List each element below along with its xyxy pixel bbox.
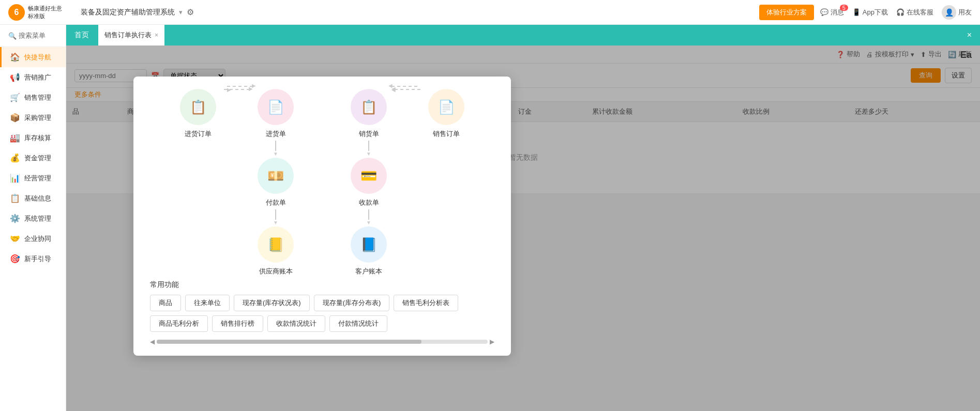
payment-circle: 💴: [258, 158, 294, 194]
tab-sales-order[interactable]: 销售订单执行表 ×: [98, 25, 164, 45]
sidebar-item-operations[interactable]: 📊 经营管理: [0, 168, 66, 188]
purchase-bill-label: 进货单: [266, 129, 286, 139]
marketing-icon: 📢: [10, 72, 20, 82]
flow-item-purchase-order[interactable]: 📋 进货订单: [172, 89, 224, 139]
flow-item-supplier-account[interactable]: 📒 供应商账本: [250, 226, 301, 276]
trial-button[interactable]: 体验行业方案: [759, 5, 814, 20]
headset-icon: 🎧: [896, 8, 904, 16]
sidebar-label-purchase: 采购管理: [24, 113, 51, 123]
common-title: 常用功能: [150, 280, 494, 290]
sidebar-label-newbie: 新手引导: [24, 254, 51, 264]
btn-stock-dist[interactable]: 现存量(库存分布表): [314, 295, 390, 311]
sidebar-search-area[interactable]: 🔍 搜索菜单: [0, 25, 66, 47]
settings-icon[interactable]: ⚙: [187, 7, 194, 17]
common-functions-section: 常用功能 商品 往来单位 现存量(库存状况表) 现存量(库存分布表) 销售毛利分…: [150, 280, 494, 332]
flow-item-receipt[interactable]: 💳 收款单: [343, 158, 395, 207]
btn-sale-profit[interactable]: 销售毛利分析表: [394, 295, 458, 311]
sidebar-item-basic-info[interactable]: 📋 基础信息: [0, 188, 66, 208]
sidebar-item-marketing[interactable]: 📢 营销推广: [0, 67, 66, 87]
sidebar-item-system[interactable]: ⚙️ 系统管理: [0, 208, 66, 229]
receipt-label: 收款单: [359, 198, 379, 207]
flow-item-sale-bill[interactable]: 📋 销货单: [343, 89, 395, 139]
scroll-track[interactable]: [157, 340, 488, 344]
btn-goods-profit[interactable]: 商品毛利分析: [150, 315, 208, 332]
sale-order-circle: 📄: [428, 89, 464, 125]
arrow-sale-order-to-bill: ◀: [395, 89, 420, 104]
sidebar-item-inventory[interactable]: 🏭 库存核算: [0, 128, 66, 148]
enterprise-icon: 🤝: [10, 234, 20, 243]
btn-payment-stat[interactable]: 付款情况统计: [329, 315, 387, 332]
app-download-item[interactable]: 📱 App下载: [852, 8, 888, 17]
guide-panel: 📋 进货订单 ▶ 📄 进货单: [133, 77, 511, 356]
flow-item-sale-order[interactable]: 📄 销售订单: [420, 89, 472, 139]
logo-area: 6 畅康通好生意 标准版: [8, 4, 74, 21]
sidebar-item-finance[interactable]: 💰 资金管理: [0, 148, 66, 168]
user-text-ea: Ea: [960, 50, 972, 60]
btn-sale-rank[interactable]: 销售排行榜: [212, 315, 263, 332]
sidebar-label-finance: 资金管理: [24, 154, 51, 163]
content-body: ❓ 帮助 🖨 按模板打印 ▾ ⬆ 导出 🔄: [66, 45, 980, 411]
sale-order-label: 销售订单: [433, 129, 460, 139]
user-label: 用友: [958, 8, 972, 17]
sales-icon: 🛒: [10, 93, 20, 102]
sidebar-label-operations: 经营管理: [24, 174, 51, 183]
phone-icon: 📱: [852, 8, 861, 16]
close-all-icon[interactable]: ×: [959, 31, 980, 40]
sidebar-label-sales: 销售管理: [24, 93, 51, 102]
newbie-icon: 🎯: [10, 254, 20, 264]
payment-label: 付款单: [266, 198, 286, 207]
btn-partner[interactable]: 往来单位: [185, 295, 230, 311]
sale-bill-circle: 📋: [351, 89, 387, 125]
online-service-item[interactable]: 🎧 在线客服: [896, 8, 933, 17]
sidebar-item-sales[interactable]: 🛒 销售管理: [0, 87, 66, 108]
sidebar-item-newbie[interactable]: 🎯 新手引导: [0, 249, 66, 269]
title-dropdown-icon[interactable]: ▾: [179, 8, 183, 16]
tab-bar: 首页 销售订单执行表 × ×: [66, 25, 980, 45]
tab-close-icon[interactable]: ×: [155, 32, 158, 39]
system-name: 装备及固定资产辅助管理系统: [81, 8, 175, 17]
top-right-area: 💬 消息 5 📱 App下载 🎧 在线客服 👤 用友: [820, 5, 972, 20]
logo-text: 畅康通好生意 标准版: [28, 5, 62, 20]
supplier-account-circle: 📒: [258, 226, 294, 263]
system-title-area: 装备及固定资产辅助管理系统 ▾ ⚙: [81, 7, 753, 17]
sale-bill-label: 销货单: [359, 129, 379, 139]
home-icon: 🏠: [10, 52, 20, 62]
search-icon: 🔍: [8, 32, 17, 40]
sidebar-item-enterprise[interactable]: 🤝 企业协同: [0, 229, 66, 249]
supplier-account-label: 供应商账本: [259, 267, 293, 276]
scroll-left-arrow[interactable]: ◀: [150, 338, 155, 345]
sidebar-item-purchase[interactable]: 📦 采购管理: [0, 108, 66, 128]
btn-receipt-stat[interactable]: 收款情况统计: [267, 315, 325, 332]
btn-goods[interactable]: 商品: [150, 295, 181, 311]
system-icon: ⚙️: [10, 214, 20, 223]
receipt-circle: 💳: [351, 158, 387, 194]
sidebar-label-enterprise: 企业协同: [24, 234, 51, 243]
sidebar-label-marketing: 营销推广: [24, 73, 51, 82]
finance-icon: 💰: [10, 153, 20, 163]
flow-item-customer-account[interactable]: 📘 客户账本: [343, 226, 395, 276]
scrollbar-row: ◀ ▶: [150, 336, 494, 347]
flow-item-payment[interactable]: 💴 付款单: [250, 158, 301, 207]
sidebar-item-quick-guide[interactable]: 🏠 快捷导航: [0, 47, 66, 67]
app-download-label: App下载: [863, 8, 888, 17]
basic-info-icon: 📋: [10, 193, 20, 203]
common-buttons: 商品 往来单位 现存量(库存状况表) 现存量(库存分布表) 销售毛利分析表 商品…: [150, 295, 494, 332]
scroll-thumb: [157, 340, 421, 344]
sidebar-label-quick-guide: 快捷导航: [24, 53, 51, 62]
btn-stock-status[interactable]: 现存量(库存状况表): [234, 295, 310, 311]
purchase-bill-circle: 📄: [258, 89, 294, 125]
arrow-purchase-to-bill: ▶: [224, 89, 250, 104]
sidebar-label-basic-info: 基础信息: [24, 194, 51, 203]
purchase-icon: 📦: [10, 113, 20, 123]
tab-label: 销售订单执行表: [104, 31, 152, 40]
search-menu-label: 搜索菜单: [19, 31, 46, 40]
sidebar-label-system: 系统管理: [24, 214, 51, 223]
operations-icon: 📊: [10, 173, 20, 183]
scroll-right-arrow[interactable]: ▶: [490, 338, 494, 345]
sidebar: 🔍 搜索菜单 🏠 快捷导航 📢 营销推广 🛒 销售管理 📦 采购管理: [0, 25, 66, 411]
user-item[interactable]: 👤 用友: [942, 5, 972, 20]
tab-home[interactable]: 首页: [66, 25, 97, 45]
flow-item-purchase-bill[interactable]: 📄 进货单: [250, 89, 301, 139]
message-badge: 5: [840, 5, 848, 11]
message-item[interactable]: 💬 消息 5: [820, 8, 844, 17]
